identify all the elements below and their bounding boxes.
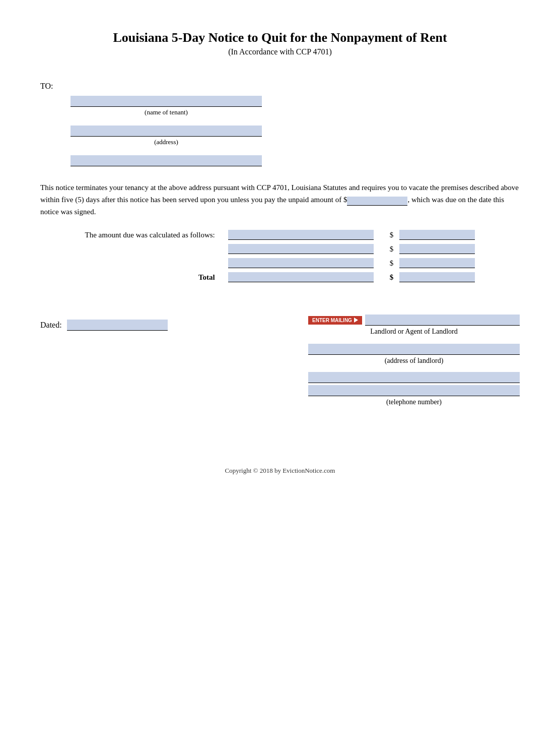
amount-row-3: $ (71, 256, 478, 270)
tenant-name-group: (name of tenant) (71, 96, 520, 116)
amount-row-2-desc[interactable] (228, 244, 374, 254)
sig-button-row: ENTER MAILING (308, 315, 520, 326)
footer-text: Copyright © 2018 by EvictionNotice.com (225, 467, 335, 474)
landlord-address-field[interactable] (308, 344, 520, 355)
tenant-name-label: (name of tenant) (71, 108, 262, 116)
dollar-3: $ (377, 256, 396, 270)
document-page: Louisiana 5-Day Notice to Quit for the N… (40, 30, 520, 722)
sign-here-button[interactable]: ENTER MAILING (308, 316, 362, 325)
amount-row-3-desc[interactable] (228, 258, 374, 268)
sign-button-label: ENTER MAILING (312, 318, 352, 323)
landlord-phone-field-2[interactable] (308, 385, 520, 396)
document-title: Louisiana 5-Day Notice to Quit for the N… (40, 30, 520, 45)
landlord-address-label: (address of landlord) (308, 357, 520, 365)
amount-row-1-desc[interactable] (228, 230, 374, 240)
address2-group (71, 155, 520, 166)
address-field[interactable] (71, 126, 262, 137)
total-value[interactable] (399, 272, 475, 282)
tenant-name-field[interactable] (71, 96, 262, 107)
amount-row-3-value[interactable] (399, 258, 475, 268)
body-text: This notice terminates your tenancy at t… (40, 181, 520, 218)
dated-label: Dated: (40, 321, 62, 330)
amount-table: The amount due was calculated as follows… (71, 228, 478, 284)
dated-field[interactable] (67, 320, 168, 331)
landlord-phone-field-1[interactable] (308, 372, 520, 383)
amount-row-1-value[interactable] (399, 230, 475, 240)
dated-group: Dated: (40, 320, 168, 331)
signature-section: Dated: ENTER MAILING Landlord or Agent o… (40, 315, 520, 406)
amount-due-label: The amount due was calculated as follows… (71, 228, 225, 242)
total-desc[interactable] (228, 272, 374, 282)
address-label: (address) (71, 138, 262, 146)
total-row: Total $ (71, 270, 478, 284)
unpaid-amount-field[interactable] (347, 197, 407, 206)
amount-row-2: $ (71, 242, 478, 256)
footer: Copyright © 2018 by EvictionNotice.com (40, 467, 520, 475)
dollar-1: $ (377, 228, 396, 242)
address2-field[interactable] (71, 155, 262, 166)
to-label: TO: (40, 82, 520, 91)
amount-row-2-value[interactable] (399, 244, 475, 254)
telephone-label: (telephone number) (308, 398, 520, 406)
amount-row-1: The amount due was calculated as follows… (71, 228, 478, 242)
dollar-2: $ (377, 242, 396, 256)
arrow-icon (354, 318, 358, 323)
document-subtitle: (In Accordance with CCP 4701) (40, 47, 520, 56)
signature-field[interactable] (365, 315, 520, 326)
dollar-total: $ (377, 270, 396, 284)
landlord-label: Landlord or Agent of Landlord (308, 328, 520, 336)
right-signature-group: ENTER MAILING Landlord or Agent of Landl… (308, 315, 520, 406)
address-group: (address) (71, 126, 520, 146)
total-label: Total (71, 270, 225, 284)
